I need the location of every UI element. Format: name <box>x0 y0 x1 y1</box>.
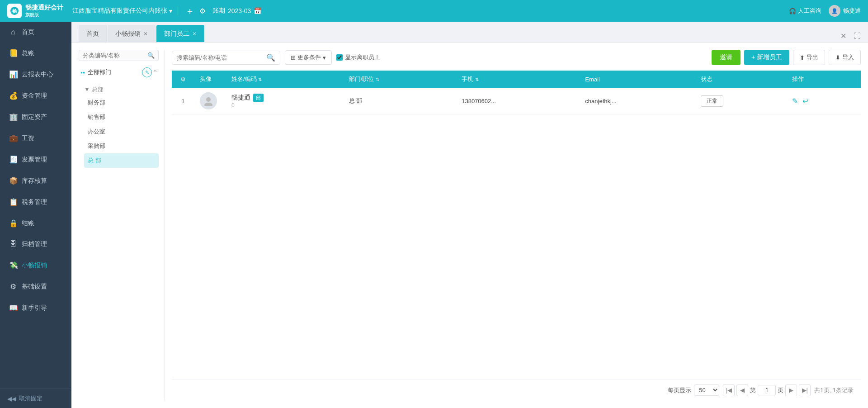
export-button[interactable]: ⬆ 导出 <box>793 50 825 65</box>
settings-icon: ⚙ <box>9 282 17 291</box>
sort-icon-2: ⇅ <box>376 77 379 82</box>
xiaochange-icon: 💸 <box>9 261 17 270</box>
employee-table: ⚙ 头像 姓名/编码 ⇅ 部门/职位 ⇅ <box>172 71 861 114</box>
last-page-button[interactable]: ▶| <box>799 384 811 396</box>
status-badge: 正常 <box>701 95 723 107</box>
app-name: 畅捷通好会计 <box>25 4 63 12</box>
assets-icon: 🏢 <box>9 113 17 121</box>
cell-dept: 总 部 <box>344 88 456 114</box>
dept-search-input[interactable] <box>83 52 147 59</box>
svg-text:畅: 畅 <box>12 9 17 14</box>
dept-search-icon[interactable]: 🔍 <box>147 52 155 59</box>
tab-xiaochange[interactable]: 小畅报销 ✕ <box>108 25 156 42</box>
tab-close-xiaochange[interactable]: ✕ <box>143 31 148 37</box>
dept-header-actions: ✎ « <box>142 67 157 77</box>
service-button[interactable]: 🎧 人工咨询 <box>789 7 821 15</box>
triangle-icon: ▼ <box>84 86 90 93</box>
pin-icon: ◀◀ <box>7 395 16 402</box>
toolbar-right: 邀请 + 新增员工 ⬆ 导出 ⬇ 导入 <box>712 50 861 65</box>
dept-tree-item-office[interactable]: 办公室 <box>84 124 159 139</box>
report-icon: 📊 <box>9 70 17 79</box>
dept-search-wrap: 🔍 <box>79 50 159 61</box>
home-icon: ⌂ <box>9 28 17 36</box>
all-departments[interactable]: ▪▪ 全部部门 ✎ « <box>79 65 159 80</box>
tab-dept-employee[interactable]: 部门员工 ✕ <box>156 25 204 42</box>
sidebar-item-tax-mgmt[interactable]: 📋 税务管理 <box>0 191 71 213</box>
add-employee-button[interactable]: + 新增员工 <box>744 50 789 65</box>
employee-search-input[interactable] <box>177 54 266 61</box>
first-page-button[interactable]: |◀ <box>723 384 735 396</box>
header-divider <box>178 6 178 15</box>
sidebar-item-new-guide[interactable]: 📖 新手引导 <box>0 297 71 318</box>
sidebar-item-fixed-assets[interactable]: 🏢 固定资产 <box>0 106 71 128</box>
close-tab-icon[interactable]: ✕ <box>840 32 846 40</box>
sidebar-item-archive[interactable]: 🗄 归档管理 <box>0 234 71 255</box>
sidebar-item-close-account[interactable]: 🔒 结账 <box>0 213 71 234</box>
more-filter-button[interactable]: ⊞ 更多条件 ▾ <box>285 50 332 65</box>
fund-icon: 💰 <box>9 91 17 100</box>
search-icon[interactable]: 🔍 <box>266 53 275 62</box>
sidebar-item-xiaochange[interactable]: 💸 小畅报销 <box>0 255 71 276</box>
th-dept-position[interactable]: 部门/职位 ⇅ <box>344 71 456 88</box>
calendar-icon[interactable]: 📅 <box>254 7 261 14</box>
dept-edit-button[interactable]: ✎ <box>142 67 152 77</box>
invite-button[interactable]: 邀请 <box>712 50 741 65</box>
tab-bar-actions: ✕ ⛶ <box>840 32 861 42</box>
tab-bar: 首页 小畅报销 ✕ 部门员工 ✕ ✕ ⛶ <box>71 22 868 43</box>
sidebar-item-report-center[interactable]: 📊 云报表中心 <box>0 64 71 85</box>
sidebar-item-salary[interactable]: 💼 工资 <box>0 128 71 149</box>
dept-tree-item-sales[interactable]: 销售部 <box>84 110 159 124</box>
grid-icon: ▪▪ <box>80 69 85 76</box>
dept-tree-item-purchase[interactable]: 采购部 <box>84 139 159 153</box>
th-name-code[interactable]: 姓名/编码 ⇅ <box>226 71 344 88</box>
top-header: 畅 畅捷通好会计 旗舰版 江西服宝精品有限责任公司内账张 ▾ ＋ ⚙ 账期 20… <box>0 0 868 22</box>
sidebar-item-home[interactable]: ⌂ 首页 <box>0 22 71 43</box>
sidebar-item-invoice-mgmt[interactable]: 🧾 发票管理 <box>0 149 71 170</box>
sidebar-item-basic-settings[interactable]: ⚙ 基础设置 <box>0 276 71 297</box>
tab-close-dept-employee[interactable]: ✕ <box>192 31 197 37</box>
page-input[interactable] <box>758 385 776 395</box>
expand-icon[interactable]: ⛶ <box>854 32 861 40</box>
page-size-wrap: 每页显示 50 100 200 <box>668 384 719 396</box>
dept-badge: 部 <box>253 94 264 102</box>
header-settings-button[interactable]: ⚙ <box>196 5 209 17</box>
show-resigned-label[interactable]: 显示离职员工 <box>336 53 380 62</box>
user-menu[interactable]: 👤 畅捷通 <box>829 5 861 17</box>
th-settings[interactable]: ⚙ <box>172 71 194 88</box>
tab-home[interactable]: 首页 <box>79 25 107 42</box>
sidebar-item-fund-mgmt[interactable]: 💰 资金管理 <box>0 85 71 106</box>
employee-code: 0 <box>231 102 338 109</box>
sidebar-item-inventory[interactable]: 📦 库存核算 <box>0 170 71 191</box>
sort-icon-3: ⇅ <box>475 77 479 82</box>
collapse-icon[interactable]: « <box>154 67 157 77</box>
page-size-select[interactable]: 50 100 200 <box>694 384 719 396</box>
th-status: 状态 <box>695 71 787 88</box>
avatar <box>200 92 217 109</box>
cell-status: 正常 <box>695 88 787 114</box>
dept-tree: ▼ 总部 财务部 销售部 办公室 采购部 <box>79 84 159 168</box>
exit-button[interactable]: ↩ <box>802 97 808 105</box>
header-add-button[interactable]: ＋ <box>184 5 196 17</box>
dept-tree-item-general[interactable]: 总 部 <box>84 153 159 168</box>
next-page-button[interactable]: ▶ <box>785 384 797 396</box>
employee-search-bar: 🔍 <box>172 51 280 65</box>
company-name[interactable]: 江西服宝精品有限责任公司内账张 ▾ <box>72 7 172 15</box>
prev-page-button[interactable]: ◀ <box>736 384 748 396</box>
page-nav: |◀ ◀ 第 页 ▶ ▶| <box>723 384 811 396</box>
employee-name: 畅捷通部 <box>231 94 338 102</box>
app-edition: 旗舰版 <box>25 12 63 18</box>
svg-point-3 <box>204 103 212 106</box>
edit-button[interactable]: ✎ <box>792 97 798 105</box>
th-mobile[interactable]: 手机 ⇅ <box>456 71 580 88</box>
right-panel: 🔍 ⊞ 更多条件 ▾ 显示离职员工 邀请 + 新增员工 <box>165 50 861 401</box>
chevron-down-icon: ▾ <box>169 7 172 14</box>
import-button[interactable]: ⬇ 导入 <box>829 50 861 65</box>
logo-icon: 畅 <box>7 4 22 18</box>
cancel-fix-button[interactable]: ◀◀ 取消固定 <box>0 389 71 408</box>
cell-index: 1 <box>172 88 194 114</box>
dept-tree-item-finance[interactable]: 财务部 <box>84 95 159 110</box>
show-resigned-checkbox[interactable] <box>336 54 343 61</box>
ledger-icon: 📒 <box>9 49 17 57</box>
archive-icon: 🗄 <box>9 240 17 248</box>
sidebar-item-general-ledger[interactable]: 📒 总账 <box>0 43 71 64</box>
